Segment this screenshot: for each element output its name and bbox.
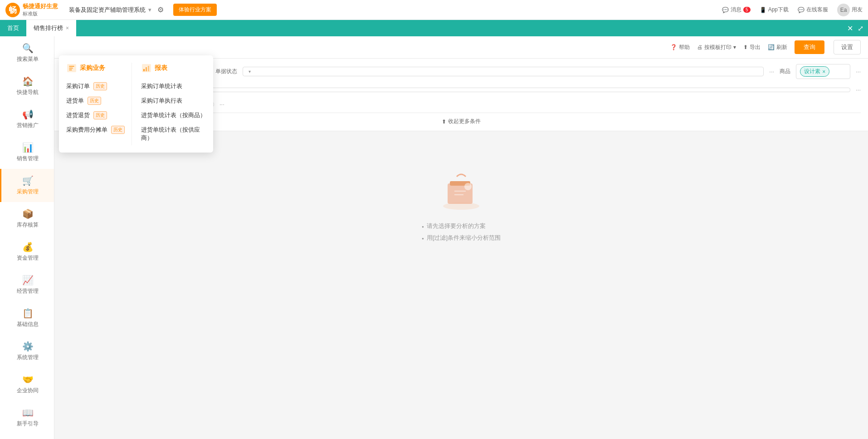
print-label: 按模板打印	[704, 44, 731, 51]
empty-line2: 用[过滤]条件来缩小分析范围	[422, 232, 501, 244]
goods-tag-remove[interactable]: ×	[822, 69, 825, 75]
purchase-return-hist: 历史	[93, 111, 107, 119]
system-name-area: 装备及固定资产辅助管理系统 ▾ ⚙ 体验行业方案	[69, 4, 217, 16]
user-label: 用友	[852, 6, 863, 14]
goods-filter[interactable]: 设计素 ×	[796, 64, 850, 79]
sidebar-item-sales[interactable]: 📊 销售管理	[0, 136, 54, 169]
gear-button[interactable]: ⚙	[154, 4, 167, 16]
app-download-button[interactable]: 📱 App下载	[760, 6, 789, 14]
query-button[interactable]: 查询	[795, 40, 824, 54]
report-order-stat-item[interactable]: 采购订单统计表	[141, 79, 206, 94]
report-section: 报表 采购订单统计表 采购订单执行表 进货单统计表（按商品） 进货单统计表（按供…	[132, 63, 206, 145]
help-icon: ❓	[670, 44, 677, 50]
svg-rect-9	[146, 67, 147, 71]
tab-close-button[interactable]: ✕	[847, 24, 853, 33]
sidebar-item-operation[interactable]: 📈 经营管理	[0, 268, 54, 301]
sidebar-item-purchase[interactable]: 🛒 采购管理	[0, 169, 54, 202]
sidebar: 🔍 搜索菜单 🏠 快捷导航 📢 营销推广 📊 销售管理 🛒 采购管理 📦 库存核…	[0, 36, 54, 439]
empty-illustration	[434, 168, 488, 213]
purchase-icon: 🛒	[22, 175, 34, 186]
report-order-exec-item[interactable]: 采购订单执行表	[141, 94, 206, 108]
logo-text: 畅捷通好生意 标准版	[23, 3, 58, 17]
home-icon: 🏠	[22, 76, 34, 87]
sidebar-label-operation: 经营管理	[17, 287, 39, 295]
refresh-icon: 🔄	[768, 44, 775, 50]
sales-icon: 📊	[22, 142, 34, 153]
app-download-label: App下载	[768, 6, 789, 14]
doc-status-dots[interactable]: ···	[769, 68, 774, 75]
purchase-order-item[interactable]: 采购订单 历史	[66, 79, 132, 94]
refresh-button[interactable]: 🔄 刷新	[768, 44, 787, 51]
sidebar-label-search: 搜索菜单	[17, 55, 39, 63]
phone-icon: 📱	[760, 7, 766, 13]
sidebar-label-purchase: 采购管理	[17, 188, 39, 196]
purchase-receipt-hist: 历史	[88, 97, 101, 105]
sidebar-item-finance[interactable]: 💰 资金管理	[0, 235, 54, 268]
purchase-return-item[interactable]: 进货退货 历史	[66, 108, 132, 123]
report-receipt-by-goods-item[interactable]: 进货单统计表（按商品）	[141, 108, 206, 123]
user-avatar: Ea	[837, 4, 850, 16]
report-order-exec-label: 采购订单执行表	[141, 97, 182, 105]
svg-point-3	[464, 183, 472, 190]
purchase-order-label: 采购订单	[66, 82, 90, 90]
user-button[interactable]: Ea 用友	[837, 4, 863, 16]
logo-area: 畅 畅捷通好生意 标准版	[5, 3, 60, 17]
purchase-receipt-item[interactable]: 进货单 历史	[66, 94, 132, 108]
message-icon: 💬	[722, 7, 729, 13]
sidebar-item-nav[interactable]: 🏠 快捷导航	[0, 69, 54, 103]
sidebar-item-inventory[interactable]: 📦 库存核算	[0, 202, 54, 235]
purchase-dropdown: 采购业务 采购订单 历史 进货单 历史 进货退货 历史 采购费用分摊单 历史	[59, 55, 213, 153]
sidebar-item-basic[interactable]: 📋 基础信息	[0, 301, 54, 335]
system-name: 装备及固定资产辅助管理系统	[69, 6, 146, 14]
message-button[interactable]: 💬 消息 5	[722, 6, 751, 14]
export-label: 导出	[750, 44, 761, 51]
search-icon: 🔍	[22, 43, 34, 54]
svg-rect-8	[143, 69, 145, 71]
industry-button[interactable]: 体验行业方案	[173, 4, 217, 16]
sidebar-item-search[interactable]: 🔍 搜索菜单	[0, 36, 54, 69]
tab-bar: 首页 销售排行榜 × ✕ ⤢	[0, 20, 868, 36]
goods-tag-text: 设计素	[804, 68, 820, 75]
sidebar-item-enterprise[interactable]: 🤝 企业协同	[0, 368, 54, 401]
purchase-business-section: 采购业务 采购订单 历史 进货单 历史 进货退货 历史 采购费用分摊单 历史	[66, 63, 132, 145]
report-receipt-by-goods-label: 进货单统计表（按商品）	[141, 111, 206, 119]
system-dropdown-arrow[interactable]: ▾	[148, 6, 151, 13]
customer-dots[interactable]: ···	[219, 101, 224, 108]
tab-sales-rank[interactable]: 销售排行榜 ×	[26, 20, 76, 36]
purchase-expense-hist: 历史	[111, 126, 125, 134]
report-receipt-by-supplier-item[interactable]: 进货单统计表（按供应商）	[141, 123, 206, 145]
export-icon: ⬆	[743, 44, 748, 50]
tab-home[interactable]: 首页	[0, 20, 26, 36]
print-arrow: ▾	[733, 44, 736, 50]
settings-button[interactable]: 设置	[834, 40, 861, 54]
guide-icon: 📖	[22, 407, 34, 418]
salesman-dots[interactable]: ···	[856, 86, 861, 93]
report-section-title: 报表	[141, 63, 206, 74]
goods-label: 商品	[780, 68, 790, 75]
purchase-receipt-label: 进货单	[66, 97, 84, 105]
export-button[interactable]: ⬆ 导出	[743, 44, 761, 51]
print-button[interactable]: 🖨 按模板打印 ▾	[697, 44, 736, 51]
system-icon: ⚙️	[22, 341, 34, 352]
sidebar-label-system: 系统管理	[17, 354, 39, 361]
doc-status-arrow: ▾	[249, 69, 251, 74]
sidebar-item-marketing[interactable]: 📢 营销推广	[0, 103, 54, 136]
online-service-button[interactable]: 💬 在线客服	[798, 6, 828, 14]
operation-icon: 📈	[22, 275, 34, 286]
tab-close-icon[interactable]: ×	[66, 25, 69, 31]
doc-status-filter[interactable]: ▾	[243, 67, 764, 76]
service-label: 在线客服	[806, 6, 828, 14]
help-button[interactable]: ❓ 帮助	[670, 44, 690, 51]
sidebar-item-guide[interactable]: 📖 新手引导	[0, 401, 54, 434]
inventory-icon: 📦	[22, 208, 34, 219]
tab-home-label: 首页	[7, 24, 19, 32]
purchase-expense-item[interactable]: 采购费用分摊单 历史	[66, 123, 132, 137]
collapse-up-icon: ⬆	[442, 118, 446, 125]
report-title-text: 报表	[155, 64, 167, 72]
goods-dots[interactable]: ···	[856, 68, 861, 75]
tab-maximize-button[interactable]: ⤢	[858, 24, 863, 33]
sidebar-label-nav: 快捷导航	[17, 89, 39, 96]
service-icon: 💬	[798, 7, 805, 13]
salesman-filter[interactable]	[199, 88, 850, 92]
sidebar-item-system[interactable]: ⚙️ 系统管理	[0, 335, 54, 368]
